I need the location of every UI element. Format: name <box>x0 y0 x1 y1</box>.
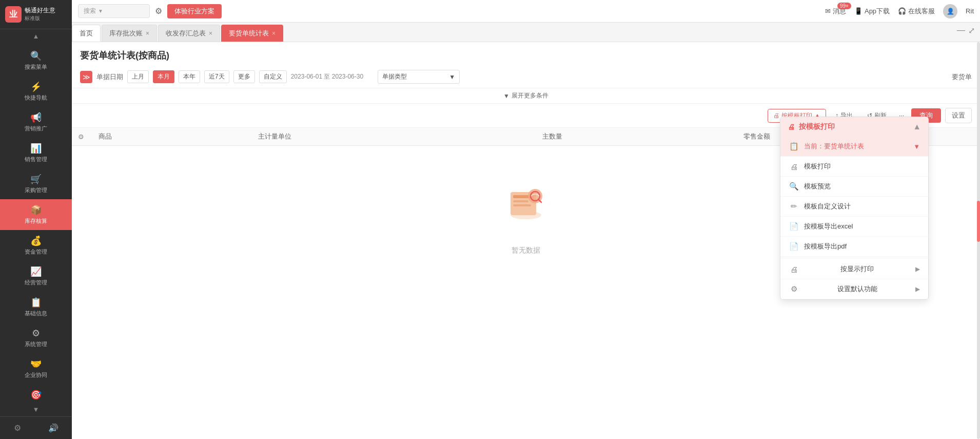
print-dropdown: 🖨 按模板打印 ▲ 📋 当前：要货单统计表 ▼ 🖨 <box>780 117 929 300</box>
sidebar-icon-marketing_promo: 📢 <box>30 112 42 123</box>
template-preview-item[interactable]: 🔍 模板预览 <box>780 177 928 197</box>
app-download-icon: 📱 <box>854 7 863 15</box>
svg-rect-4 <box>513 204 531 206</box>
expand-more-label: 展开更多条件 <box>512 91 548 100</box>
search-input[interactable]: 搜索 ▼ <box>78 4 150 18</box>
logo-icon: 业 <box>5 6 22 23</box>
sidebar-icon-search: 🔍 <box>30 50 42 62</box>
export-excel-label: 按模板导出excel <box>804 222 853 231</box>
tab-receipt-summary-close[interactable]: × <box>209 30 212 37</box>
online-service-btn[interactable]: 🎧 在线客服 <box>898 7 935 16</box>
sidebar-item-operation[interactable]: 📈 经营管理 <box>0 261 72 292</box>
sidebar-item-system[interactable]: ⚙ 系统管理 <box>0 322 72 353</box>
tab-order-stats[interactable]: 要货单统计表 × <box>221 25 283 42</box>
sidebar-label-finance: 资金管理 <box>25 248 47 256</box>
sidebar-item-collab[interactable]: 🤝 企业协同 <box>0 353 72 384</box>
display-print-item[interactable]: 🖨 按显示打印 ▶ <box>780 259 928 279</box>
svg-rect-3 <box>513 200 528 202</box>
export-pdf-label: 按模板导出pdf <box>804 242 847 251</box>
sidebar-icon-system: ⚙ <box>32 328 40 339</box>
tab-order-stats-label: 要货单统计表 <box>229 29 269 38</box>
app-logo: 业 畅通好生意 标准版 <box>0 0 72 29</box>
maximize-icon[interactable]: ⤢ <box>968 26 975 35</box>
template-design-label: 模板自定义设计 <box>804 202 851 211</box>
template-export-pdf-item[interactable]: 📄 按模板导出pdf <box>780 237 928 257</box>
sidebar-icon-purchase: 🛒 <box>30 174 42 185</box>
sidebar-scroll-up[interactable]: ▲ <box>0 29 72 43</box>
sidebar-icon-newbie: 🎯 <box>30 389 42 400</box>
sidebar-label-collab: 企业协同 <box>25 371 47 379</box>
tab-order-stats-close[interactable]: × <box>272 30 276 37</box>
tab-receipt-summary[interactable]: 收发存汇总表 × <box>158 25 220 42</box>
sidebar-item-basic[interactable]: 📋 基础信息 <box>0 292 72 322</box>
sidebar-icon-finance: 💰 <box>30 235 42 246</box>
template-preview-label: 模板预览 <box>804 182 831 191</box>
sidebar-item-shortcut[interactable]: ⚡ 快捷导航 <box>0 76 72 107</box>
print-dropdown-current[interactable]: 📋 当前：要货单统计表 ▼ <box>780 137 928 157</box>
table-column-settings-icon[interactable]: ⚙ <box>78 133 84 141</box>
sidebar: 业 畅通好生意 标准版 ▲ 🔍 搜索菜单 ⚡ 快捷导航 📢 营销推广 📊 销售管… <box>0 0 72 439</box>
default-func-item[interactable]: ⚙ 设置默认功能 ▶ <box>780 279 928 299</box>
current-template-label: 当前：要货单统计表 <box>804 142 864 151</box>
expand-more-btn[interactable]: ▼ 展开更多条件 <box>503 91 548 100</box>
print-dropdown-icon: 🖨 <box>788 123 795 131</box>
template-export-excel-item[interactable]: 📄 按模板导出excel <box>780 217 928 237</box>
doc-type-select[interactable]: 单据类型 ▼ <box>378 70 460 84</box>
date-last-7days[interactable]: 近7天 <box>204 70 229 83</box>
date-more[interactable]: 更多 <box>233 70 255 83</box>
sidebar-item-finance[interactable]: 💰 资金管理 <box>0 230 72 261</box>
sidebar-bottom: ⚙ 🔊 <box>0 416 72 439</box>
date-this-month[interactable]: 本月 <box>153 70 174 83</box>
sidebar-item-inventory[interactable]: 📦 库存核算 <box>0 199 72 230</box>
topbar: 搜索 ▼ ⚙ 体验行业方案 ✉ 消息 99+ 📱 App下载 🎧 在线客服 <box>72 0 980 23</box>
sidebar-label-sales: 销售管理 <box>25 156 47 163</box>
online-service-label: 在线客服 <box>908 7 935 16</box>
sidebar-audio-btn[interactable]: 🔊 <box>44 421 63 435</box>
filter-expand-btn[interactable]: ≫ <box>80 71 92 83</box>
order-item-label: 要货单 <box>952 72 972 82</box>
print-dropdown-up-btn[interactable]: ▲ <box>913 122 921 131</box>
sidebar-icon-inventory: 📦 <box>30 204 42 216</box>
template-design-icon: ✏ <box>789 202 799 211</box>
sidebar-item-sales[interactable]: 📊 销售管理 <box>0 138 72 168</box>
tabs-bar: 首页 库存批次账 × 收发存汇总表 × 要货单统计表 × — ⤢ <box>72 23 980 42</box>
sidebar-label-basic: 基础信息 <box>25 310 47 317</box>
display-print-arrow: ▶ <box>915 265 920 273</box>
tab-inventory-batch[interactable]: 库存批次账 × <box>102 25 157 42</box>
avatar[interactable]: 👤 <box>943 4 957 18</box>
date-range: 2023-06-01 至 2023-06-30 <box>291 72 363 81</box>
date-label: 单据日期 <box>96 72 123 82</box>
app-download-btn[interactable]: 📱 App下载 <box>854 7 890 16</box>
sidebar-item-newbie[interactable]: 🎯 新手引导 <box>0 384 72 403</box>
scrollbar[interactable] <box>977 42 980 439</box>
date-custom[interactable]: 自定义 <box>259 70 287 83</box>
template-print-item[interactable]: 🖨 模板打印 <box>780 157 928 177</box>
sidebar-label-shortcut: 快捷导航 <box>25 94 47 102</box>
app-download-label: App下载 <box>865 7 890 16</box>
tab-inventory-batch-close[interactable]: × <box>146 30 149 37</box>
scrollbar-thumb[interactable] <box>977 201 980 242</box>
topbar-actions: ✉ 消息 99+ 📱 App下载 🎧 在线客服 👤 Rit <box>825 4 974 18</box>
trial-button[interactable]: 体验行业方案 <box>167 4 222 18</box>
sidebar-label-search: 搜索菜单 <box>25 63 47 71</box>
sidebar-scroll-down[interactable]: ▼ <box>0 403 72 416</box>
date-this-year[interactable]: 本年 <box>179 70 200 83</box>
tab-home[interactable]: 首页 <box>72 25 101 42</box>
date-prev-month[interactable]: 上月 <box>127 70 149 83</box>
sidebar-item-marketing_promo[interactable]: 📢 营销推广 <box>0 107 72 138</box>
sidebar-settings-btn[interactable]: ⚙ <box>10 421 25 435</box>
settings-btn[interactable]: 设置 <box>945 108 972 123</box>
filter-bar: ≫ 单据日期 上月 本月 本年 近7天 更多 自定义 2023-06-01 至 … <box>72 66 980 88</box>
current-arrow-icon: ▼ <box>913 143 920 150</box>
chevron-down-icon: ▼ <box>98 8 103 14</box>
sidebar-item-search[interactable]: 🔍 搜索菜单 <box>0 45 72 76</box>
message-btn[interactable]: ✉ 消息 99+ <box>825 7 846 16</box>
message-badge: 99+ <box>837 3 851 9</box>
minimize-icon[interactable]: — <box>957 26 965 35</box>
filter-more-row: ▼ 展开更多条件 <box>72 88 980 104</box>
display-print-icon: 🖨 <box>789 265 799 274</box>
sidebar-item-purchase[interactable]: 🛒 采购管理 <box>0 168 72 199</box>
template-design-item[interactable]: ✏ 模板自定义设计 <box>780 197 928 217</box>
th-quantity: 主数量 <box>536 128 737 146</box>
settings-icon[interactable]: ⚙ <box>155 6 162 16</box>
